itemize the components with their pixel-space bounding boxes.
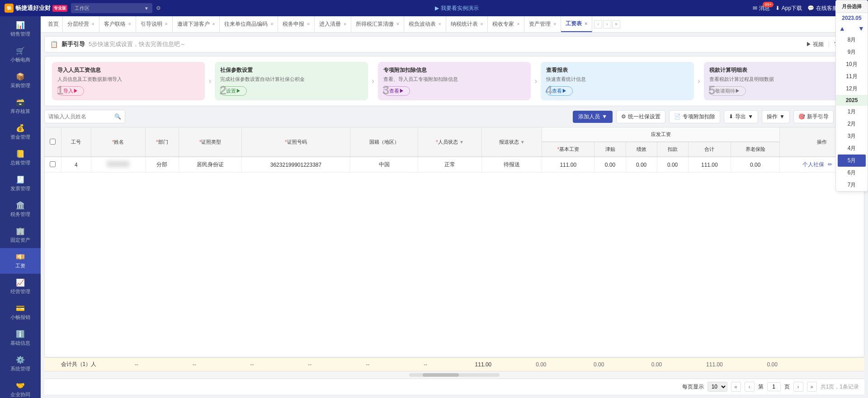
month-item-3[interactable]: 3月 [836, 130, 868, 142]
tab-close-taxburden[interactable]: × [439, 22, 441, 27]
sidebar-item-payroll[interactable]: 💴 工资 [0, 248, 41, 274]
first-page-btn[interactable]: « [731, 382, 741, 392]
tab-close-stratified[interactable]: × [92, 22, 94, 27]
tab-payroll[interactable]: 工资表 × [561, 16, 592, 32]
tab-close-taxstats[interactable]: × [481, 22, 483, 27]
horizontal-scrollbar[interactable] [44, 371, 864, 379]
tab-tax-burden[interactable]: 税负波动表 × [404, 16, 446, 32]
ecommerce-icon: 🛒 [16, 47, 25, 55]
tab-close-incometax[interactable]: × [396, 22, 399, 27]
newbie-guide-button[interactable]: 🎯 新手引导 [793, 110, 834, 123]
special-deduction-button[interactable]: 📄 专项附加扣除 [669, 110, 720, 123]
actions-button[interactable]: 操作 ▼ [762, 110, 790, 123]
sidebar-item-collab[interactable]: 🤝 企业协同 [0, 377, 41, 398]
table-footer: 会计共（1）人 -- -- -- -- -- -- 111.00 0.00 0.… [44, 357, 864, 371]
sidebar-label-finance: 资金管理 [10, 134, 30, 140]
tab-next-btn[interactable]: › [603, 20, 611, 28]
guide-bar-icon: 📋 [50, 41, 58, 48]
tab-product-code[interactable]: 往来单位商品编码 × [220, 16, 278, 32]
workspace-selector[interactable]: 工作区 ▼ [71, 3, 152, 13]
month-item-7[interactable]: 7月 [836, 179, 868, 191]
last-page-btn[interactable]: » [807, 382, 817, 392]
tab-home[interactable]: 首页 [44, 16, 63, 32]
tab-close-taxreturn[interactable]: × [307, 22, 310, 27]
tab-customer[interactable]: 客户联络 × [99, 16, 136, 32]
page-size-select[interactable]: 10 [708, 382, 727, 392]
unify-settings-button[interactable]: ⚙ 统一社保设置 [616, 110, 665, 123]
tab-stratified[interactable]: 分层经营 × [63, 16, 99, 32]
total-records: 共1页，1条记录 [821, 383, 859, 391]
month-item-1[interactable]: 1月 [836, 106, 868, 118]
month-year-2025: 2025 [836, 95, 868, 106]
online-service-button[interactable]: 💬 在线客服 [807, 5, 838, 12]
app-download-button[interactable]: ⬇ App下载 [775, 5, 802, 12]
settings-icon[interactable]: ⚙ [156, 5, 161, 11]
step-2-title: 社保参数设置 [220, 66, 362, 74]
tab-clearance[interactable]: 进入清册 × [315, 16, 351, 32]
step-2-desc: 完成社保参数设置自动计算社保公积金 [220, 76, 362, 83]
sidebar-item-assets[interactable]: 🏢 固定资产 [0, 222, 41, 248]
row-checkbox[interactable] [50, 161, 56, 167]
op-social-insurance[interactable]: 个人社保 [802, 161, 824, 168]
tab-tax-return[interactable]: 税务申报 × [278, 16, 315, 32]
month-item-6[interactable]: 6月 [836, 167, 868, 179]
month-item-8[interactable]: 8月 [836, 34, 868, 46]
tab-close-taxexpert[interactable]: × [517, 22, 519, 27]
workspace-dropdown-icon: ▼ [144, 6, 149, 11]
tab-close-invite[interactable]: × [212, 22, 215, 27]
month-item-9[interactable]: 9月 [836, 46, 868, 58]
th-checkbox[interactable] [45, 127, 61, 157]
month-item-5[interactable]: 5月 [838, 155, 866, 167]
sidebar-item-expense[interactable]: 💳 小畅报销 [0, 300, 41, 325]
tab-close-product[interactable]: × [270, 22, 273, 27]
month-item-2[interactable]: 2月 [836, 118, 868, 130]
add-person-button[interactable]: 添加人员 ▼ [573, 111, 613, 123]
sidebar-item-ledger[interactable]: 📒 总账管理 [0, 145, 41, 171]
sidebar-item-operations[interactable]: 📈 经营管理 [0, 274, 41, 300]
tab-guide[interactable]: 引导说明 × [136, 16, 173, 32]
status-filter-icon[interactable]: ▼ [459, 140, 464, 145]
tab-close-all-btn[interactable]: × [612, 20, 620, 28]
page-number-input[interactable] [767, 382, 781, 391]
tab-invite[interactable]: 邀请下游客户 × [173, 16, 220, 32]
message-button[interactable]: ✉ 消息 99+ [753, 5, 770, 12]
tab-close-customer[interactable]: × [128, 22, 131, 27]
sidebar-item-system[interactable]: ⚙️ 系统管理 [0, 351, 41, 377]
month-item-10[interactable]: 10月 [836, 58, 868, 70]
scroll-track[interactable] [409, 373, 500, 377]
sidebar-item-purchase[interactable]: 📦 采购管理 [0, 68, 41, 94]
tab-close-payroll[interactable]: × [585, 21, 587, 26]
month-item-12[interactable]: 12月 [836, 83, 868, 95]
scroll-thumb[interactable] [423, 373, 459, 377]
month-nav-down[interactable]: ▼ [857, 24, 866, 33]
prev-page-btn[interactable]: ‹ [745, 382, 755, 392]
next-page-btn[interactable]: › [793, 382, 803, 392]
sidebar-item-tax[interactable]: 🏛️ 税务管理 [0, 197, 41, 222]
sidebar-item-inventory[interactable]: 🗃️ 库存核算 [0, 94, 41, 119]
tab-close-clearance[interactable]: × [344, 22, 346, 27]
select-all-checkbox[interactable] [50, 139, 56, 145]
export-button[interactable]: ⬇ 导出 ▼ [724, 110, 758, 123]
send-filter-icon[interactable]: ▼ [520, 140, 525, 145]
tab-close-asset[interactable]: × [553, 22, 556, 27]
month-nav-up[interactable]: ▲ [838, 24, 847, 33]
sidebar-item-basic[interactable]: ℹ️ 基础信息 [0, 325, 41, 351]
month-item-11[interactable]: 11月 [836, 70, 868, 83]
sidebar-item-ecommerce[interactable]: 🛒 小畅电商 [0, 42, 41, 68]
sidebar-item-invoice[interactable]: 🧾 发票管理 [0, 171, 41, 197]
sidebar-item-sales[interactable]: 📊 销售管理 [0, 16, 41, 42]
tab-close-guide[interactable]: × [165, 22, 168, 27]
sidebar-item-finance[interactable]: 💰 资金管理 [0, 119, 41, 145]
search-box[interactable]: 🔍 [44, 110, 125, 123]
op-edit-icon[interactable]: ✏ [828, 161, 832, 168]
row-checkbox-cell[interactable] [45, 157, 61, 173]
tab-income-tax[interactable]: 所得税汇算清缴 × [351, 16, 404, 32]
tab-prev-btn[interactable]: ‹ [594, 20, 602, 28]
month-item-4[interactable]: 4月 [836, 142, 868, 155]
video-link[interactable]: ▶ 视频 [806, 41, 824, 48]
tab-asset-mgmt[interactable]: 资产管理 × [524, 16, 561, 32]
search-input[interactable] [48, 113, 112, 120]
tab-tax-expert[interactable]: 税收专家 × [488, 16, 524, 32]
demo-button[interactable]: ▶ 我要看实例演示 [435, 5, 479, 12]
tab-tax-stats[interactable]: 纳税统计表 × [446, 16, 488, 32]
